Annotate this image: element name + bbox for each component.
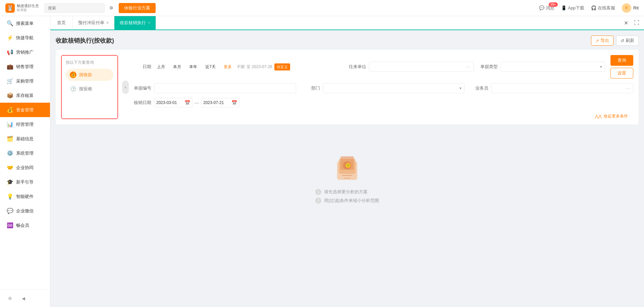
refresh-button[interactable]: ↺ 刷新 bbox=[616, 36, 639, 46]
sidebar-item-guide[interactable]: 🎓 新手引导 bbox=[0, 175, 50, 189]
purchase-icon: 🛒 bbox=[7, 78, 13, 84]
username: Rit bbox=[633, 5, 639, 10]
filter-row-2: 单据编号 部门 ▾ 业务员 ··· bbox=[133, 83, 633, 93]
sidebar-item-collab[interactable]: 🤝 企业协同 bbox=[0, 160, 50, 175]
collapse-conditions-btn[interactable]: ⋀⋀ 收起更多条件 bbox=[595, 113, 633, 119]
sidebar-item-member[interactable]: ♾️ 畅会员 bbox=[0, 218, 50, 233]
staff-label: 业务员 bbox=[470, 85, 488, 91]
calendar-end-icon: 📅 bbox=[231, 100, 237, 105]
logo-icon: 🐰 bbox=[5, 3, 15, 13]
counterparty-label: 往来单位 bbox=[348, 64, 366, 70]
date-btn-custom[interactable]: 自定义 bbox=[274, 63, 290, 70]
verify-date-start-input[interactable] bbox=[156, 100, 183, 105]
page-title: 收款核销执行(按收款) bbox=[56, 37, 114, 45]
content-area: 首页 预付冲应付单 × 收款核销执行 × ✕ ⛶ 收款核销执行(按收款) bbox=[50, 16, 644, 307]
filter-row-3: 核销日期 📅 — 📅 bbox=[133, 98, 633, 107]
verify-date-end-wrap[interactable]: 📅 bbox=[201, 98, 239, 107]
sidebar-item-wechat[interactable]: 💬 企业微信 bbox=[0, 204, 50, 218]
staff-dots: ··· bbox=[625, 85, 630, 92]
user-area[interactable]: R Rit bbox=[622, 3, 639, 13]
date-btn-more[interactable]: 更多 bbox=[221, 63, 235, 71]
filter-panel: 按以下方案查询 💰 按收款 🕐 按应收 « bbox=[56, 50, 639, 124]
empty-text: 1 请先选择要分析的方案 2 用[过滤]条件来缩小分析范围 bbox=[315, 189, 379, 204]
doc-type-label: 单据类型 bbox=[479, 64, 498, 70]
sidebar-item-hardware[interactable]: 💡 智能硬件 bbox=[0, 189, 50, 204]
sidebar-item-marketing[interactable]: 📢 营销推广 bbox=[0, 45, 50, 59]
page-content: 收款核销执行(按收款) ↗ 导出 ↺ 刷新 按以下方案查询 bbox=[50, 30, 644, 307]
filter-item-department: 部门 ▾ bbox=[302, 83, 465, 93]
sidebar-item-inventory[interactable]: 📦 库存核算 bbox=[0, 88, 50, 103]
collapse-filter-button[interactable]: « bbox=[122, 81, 129, 94]
svg-text:😕: 😕 bbox=[345, 163, 351, 168]
sidebar-item-system[interactable]: ⚙️ 系统管理 bbox=[0, 146, 50, 160]
verify-date-label: 核销日期 bbox=[133, 100, 151, 106]
filter-item-doc-type: 单据类型 ▾ bbox=[479, 62, 605, 72]
department-arrow: ▾ bbox=[460, 86, 462, 91]
settings-button[interactable]: 设置 bbox=[610, 68, 633, 79]
date-btn-last-month[interactable]: 上月 bbox=[154, 63, 168, 71]
sidebar-item-sales[interactable]: 💼 销售管理 bbox=[0, 59, 50, 74]
sidebar-bottom: ⚙ ◀ bbox=[0, 289, 50, 307]
sidebar-item-purchase[interactable]: 🛒 采购管理 bbox=[0, 74, 50, 88]
doc-type-select[interactable]: ▾ bbox=[500, 62, 605, 72]
tab1-close-icon[interactable]: × bbox=[106, 20, 109, 25]
tab-actions: ✕ ⛶ bbox=[621, 18, 644, 28]
close-tab-icon[interactable]: ✕ bbox=[621, 18, 631, 28]
guide-icon: 🎓 bbox=[7, 179, 13, 185]
sidebar-item-quicknav[interactable]: ⚡ 快捷导航 bbox=[0, 31, 50, 45]
sidebar-item-search[interactable]: 🔍 搜索菜单 bbox=[0, 16, 50, 31]
tab-receipt-verify[interactable]: 收款核销执行 × bbox=[114, 16, 156, 30]
service-icon: 🎧 bbox=[591, 5, 596, 10]
gear-icon[interactable]: ⚙ bbox=[107, 3, 116, 13]
filter-item-doc-no: 单据编号 bbox=[133, 83, 296, 93]
tab-prepay[interactable]: 预付冲应付单 × bbox=[73, 16, 114, 30]
app-download-btn[interactable]: 📱 App下载 bbox=[561, 5, 584, 11]
maximize-tab-icon[interactable]: ⛶ bbox=[632, 18, 641, 28]
counterparty-select[interactable]: ··· bbox=[369, 62, 474, 72]
filter-item-date: 日期 上月 本月 本年 近7天 更多 不限 至 2023-07-26 bbox=[133, 63, 342, 71]
verify-date-range: 📅 — 📅 bbox=[154, 98, 239, 107]
collapse-sidebar-icon[interactable]: ◀ bbox=[19, 294, 28, 303]
calendar-start-icon: 📅 bbox=[184, 100, 190, 105]
app-icon: 📱 bbox=[561, 5, 567, 10]
top-bar-right: 💬 消息 99+ 📱 App下载 🎧 在线客服 R Rit bbox=[539, 3, 639, 13]
verify-date-start-wrap[interactable]: 📅 bbox=[154, 98, 193, 107]
avatar: R bbox=[622, 3, 631, 13]
filter-option-by-receivable[interactable]: 🕐 按应收 bbox=[66, 83, 113, 95]
search-icon: 🔍 bbox=[7, 20, 13, 27]
date-btn-this-month[interactable]: 本月 bbox=[170, 63, 184, 71]
app-logo: 🐰 畅捷通好生意 标准版 bbox=[5, 3, 39, 13]
filter-option-by-receipt[interactable]: 💰 按收款 bbox=[66, 69, 113, 81]
doc-no-input[interactable] bbox=[154, 83, 296, 93]
empty-illustration: 😕 bbox=[330, 151, 364, 185]
online-service-btn[interactable]: 🎧 在线客服 bbox=[591, 5, 615, 11]
staff-select[interactable]: ··· bbox=[491, 83, 633, 93]
query-button[interactable]: 查询 bbox=[610, 55, 633, 66]
sidebar-item-basics[interactable]: 🗂️ 基础信息 bbox=[0, 132, 50, 146]
top-search-area: ⚙ bbox=[44, 3, 116, 13]
department-label: 部门 bbox=[302, 85, 320, 91]
department-select[interactable]: ▾ bbox=[323, 83, 465, 93]
message-btn[interactable]: 💬 消息 99+ bbox=[539, 5, 554, 11]
settings-bottom-icon[interactable]: ⚙ bbox=[5, 294, 15, 303]
filter-item-verify-date: 核销日期 📅 — 📅 bbox=[133, 98, 633, 107]
tab-home[interactable]: 首页 bbox=[50, 16, 73, 30]
collapse-filter-btn-wrap: « bbox=[122, 55, 129, 119]
sidebar-item-operations[interactable]: 📊 经营管理 bbox=[0, 117, 50, 132]
search-input[interactable] bbox=[44, 3, 105, 13]
step-1-num: 1 bbox=[315, 189, 321, 195]
sales-icon: 💼 bbox=[7, 63, 13, 70]
logo-text: 畅捷通好生意 标准版 bbox=[17, 4, 39, 12]
filter-item-staff: 业务员 ··· bbox=[470, 83, 633, 93]
collapse-up-icon: ⋀⋀ bbox=[595, 114, 602, 119]
industry-button[interactable]: 休验行业方案 bbox=[119, 3, 156, 13]
tab2-close-icon[interactable]: × bbox=[148, 20, 150, 25]
export-button[interactable]: ↗ 导出 bbox=[591, 36, 613, 46]
receipt-option-icon: 💰 bbox=[70, 71, 76, 78]
page-header-actions: ↗ 导出 ↺ 刷新 bbox=[591, 36, 639, 46]
date-btn-this-year[interactable]: 本年 bbox=[186, 63, 200, 71]
verify-date-end-input[interactable] bbox=[203, 100, 230, 105]
sidebar-item-finance[interactable]: 💰 资金管理 bbox=[0, 103, 50, 117]
date-btn-7days[interactable]: 近7天 bbox=[202, 63, 219, 71]
receivable-option-icon: 🕐 bbox=[70, 86, 76, 92]
